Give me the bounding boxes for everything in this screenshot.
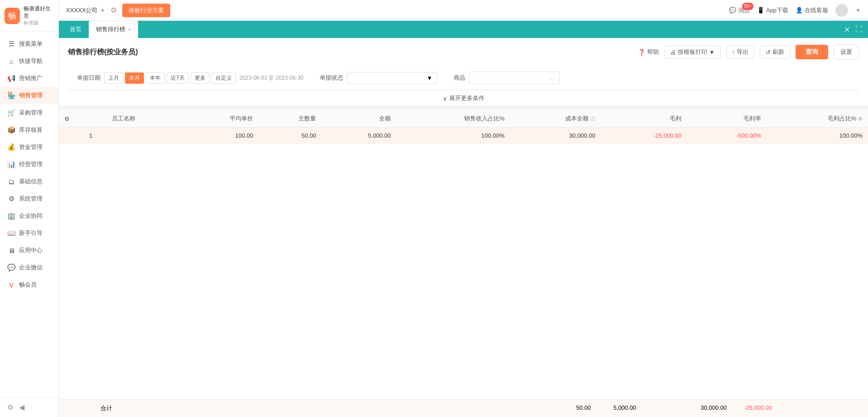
sales-rank-table: ⚙ 员工名称 平均单价 主数量 全额 销售收入占比% 成本全额 ⓘ 毛利 毛利率… (59, 110, 868, 144)
help-btn[interactable]: ❓ 帮助 (638, 48, 659, 56)
topbar-settings-icon[interactable]: ⚙ (110, 6, 117, 14)
col-name: 员工名称 (106, 110, 182, 128)
tabs-close-icon[interactable]: ✕ (840, 25, 854, 34)
this-year-btn[interactable]: 本年 (146, 72, 165, 84)
footer-quantity: 50.00 (550, 404, 591, 412)
enterprise-icon: 🏢 (7, 212, 15, 220)
last-month-btn[interactable]: 上月 (104, 72, 123, 84)
status-select[interactable]: ▼ (347, 72, 437, 84)
sidebar-item-purchase[interactable]: 🛒 采购管理 (0, 104, 58, 121)
page-title: 销售排行榜(按业务员) (68, 48, 138, 57)
last-7days-btn[interactable]: 近7天 (167, 72, 189, 84)
sidebar-item-label: 应用中心 (19, 246, 43, 254)
collapse-icon[interactable]: ◀ (19, 403, 24, 412)
footer-gross: -25,000.00 (727, 404, 772, 412)
trial-btn[interactable]: 体验行业方案 (122, 4, 170, 17)
topbar-right: 💬 99+ 消息 📱 App下载 👤 在线客服 ▼ (729, 4, 861, 17)
sidebar-item-label: 基础信息 (19, 177, 43, 186)
page-header: 销售排行榜(按业务员) ❓ 帮助 🖨 按模板打印 ▼ ↑ 导出 (59, 38, 868, 106)
username: ▼ (855, 7, 861, 14)
company-arrow-icon: ▼ (100, 8, 105, 13)
sidebar-item-finance[interactable]: 💰 资金管理 (0, 139, 58, 156)
col-rank (75, 110, 106, 128)
cell-cost: 30,000.00 (510, 128, 600, 144)
custom-date-btn[interactable]: 自定义 (211, 72, 236, 84)
cell-avg-price: 100.00 (182, 128, 259, 144)
query-btn[interactable]: 查询 (796, 45, 828, 59)
cell-amount: 5,000.00 (321, 128, 396, 144)
sidebar-item-basics[interactable]: 🗂 基础信息 (0, 173, 58, 190)
tabs-expand-icon[interactable]: ⛶ (854, 25, 864, 34)
logo-icon: 畅 (5, 8, 20, 24)
goods-input[interactable]: … (469, 72, 560, 84)
system-icon: ⚙ (7, 195, 15, 203)
company-name: XXXXX公司 (66, 6, 97, 14)
more-dates-btn[interactable]: 更多 (191, 72, 210, 84)
date-range-text: 2023-06-01 至 2023-06-30 (240, 74, 303, 82)
wechat-icon: 💬 (7, 264, 15, 272)
sidebar-item-inventory[interactable]: 📦 库存核算 (0, 121, 58, 139)
sidebar-item-marketing[interactable]: 📢 营销推广 (0, 70, 58, 87)
table-header-row: ⚙ 员工名称 平均单价 主数量 全额 销售收入占比% 成本全额 ⓘ 毛利 毛利率… (59, 110, 868, 128)
expand-more-btn[interactable]: ∨ 展开更多条件 (68, 90, 859, 106)
app-download-btn[interactable]: 📱 App下载 (757, 6, 788, 14)
col-sales-ratio: 销售收入占比% (396, 110, 510, 128)
sidebar-item-search[interactable]: ☰ 搜索菜单 (0, 35, 58, 53)
cell-sales-ratio: 100.00% (396, 128, 510, 144)
avatar[interactable] (835, 4, 848, 17)
sidebar-item-label: 企业协同 (19, 212, 43, 220)
print-icon: 🖨 (670, 49, 676, 56)
guide-icon: 📖 (7, 229, 15, 237)
export-btn[interactable]: ↑ 导出 (726, 45, 755, 59)
sidebar-item-label: 快捷导航 (19, 57, 43, 65)
sidebar-item-wechat[interactable]: 💬 企业微信 (0, 259, 58, 276)
sidebar-item-guide[interactable]: 📖 新手引导 (0, 225, 58, 242)
goods-filter: 商品 … (454, 72, 560, 84)
message-btn[interactable]: 💬 99+ 消息 (729, 6, 750, 14)
sidebar-item-operations[interactable]: 📊 经营管理 (0, 156, 58, 173)
finance-icon: 💰 (7, 143, 15, 151)
table-footer: 合计 50.00 5,000.00 30,000.00 -25,000.00 (59, 399, 868, 417)
template-print-btn[interactable]: 🖨 按模板打印 ▼ (664, 45, 721, 59)
sidebar-item-label: 采购管理 (19, 109, 43, 117)
sidebar-item-label: 销售管理 (19, 91, 43, 100)
tab-sales-rank[interactable]: 销售排行榜 × (89, 21, 138, 38)
goods-filter-label: 商品 (454, 74, 465, 82)
filter-area: 单据日期 上月 本月 本年 近7天 更多 自定义 2023-06-01 至 20… (68, 66, 859, 90)
company-selector[interactable]: XXXXX公司 ▼ (66, 6, 105, 14)
sidebar-item-quicknav[interactable]: ⌂ 快捷导航 (0, 53, 58, 70)
status-dropdown-icon: ▼ (427, 75, 432, 81)
footer-gross-rate (772, 404, 817, 412)
refresh-btn[interactable]: ↺ 刷新 (760, 45, 790, 59)
online-service-btn[interactable]: 👤 在线客服 (796, 6, 828, 14)
sidebar-item-label: 畅会员 (19, 281, 37, 289)
table-row: 1 100.00 50.00 5,000.00 100.00% 30,000.0… (59, 128, 868, 144)
cell-checkbox (59, 128, 75, 144)
col-settings[interactable]: ⚙ (59, 110, 75, 128)
settings-icon[interactable]: ⚙ (7, 403, 14, 412)
sidebar-item-system[interactable]: ⚙ 系统管理 (0, 190, 58, 207)
sidebar-item-label: 营销推广 (19, 74, 43, 82)
sidebar-item-appstore[interactable]: 🖥 应用中心 (0, 242, 58, 259)
sidebar-item-member[interactable]: V 畅会员 (0, 276, 58, 293)
cell-quantity: 50.00 (259, 128, 321, 144)
sidebar-footer: ⚙ ◀ (0, 397, 58, 417)
date-buttons: 上月 本月 本年 近7天 更多 自定义 (104, 72, 236, 84)
footer-sales-ratio (636, 404, 681, 412)
footer-avg-price (509, 404, 550, 412)
this-month-btn[interactable]: 本月 (125, 72, 144, 84)
col-settings-icon: ⚙ (64, 115, 70, 122)
goods-more-icon[interactable]: … (548, 74, 555, 81)
service-icon: 👤 (796, 7, 803, 14)
col-quantity: 主数量 (259, 110, 321, 128)
sidebar-item-sales[interactable]: 🏪 销售管理 (0, 87, 58, 104)
sidebar-item-enterprise[interactable]: 🏢 企业协同 (0, 207, 58, 225)
appstore-icon: 🖥 (7, 247, 15, 254)
cell-gross-ratio: 100.00% (767, 128, 868, 144)
tab-close-icon[interactable]: × (128, 27, 131, 32)
col-gross-ratio: 毛利占比% ⚙ (767, 110, 868, 128)
member-icon: V (7, 281, 15, 289)
settings-page-btn[interactable]: 设置 (834, 44, 859, 60)
tab-home[interactable]: 首页 (62, 21, 89, 38)
marketing-icon: 📢 (7, 74, 15, 82)
